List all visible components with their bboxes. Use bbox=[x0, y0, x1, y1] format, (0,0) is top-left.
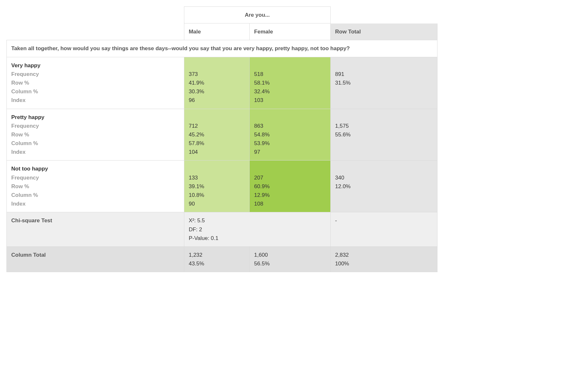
column-header-row-total: Row Total bbox=[330, 23, 437, 40]
metric-index: Index bbox=[11, 148, 179, 156]
cell-not-too-happy-male: 133 39.1% 10.8% 90 bbox=[184, 161, 249, 212]
cell-not-too-happy-total: 340 12.0% bbox=[330, 161, 437, 212]
row-label: Not too happy Frequency Row % Column % I… bbox=[7, 161, 184, 212]
metric-index: Index bbox=[11, 199, 179, 208]
column-header-female: Female bbox=[250, 23, 331, 40]
header-blank bbox=[7, 7, 184, 23]
metric-col-pct: Column % bbox=[11, 191, 179, 199]
row-name: Not too happy bbox=[11, 164, 179, 173]
cell-very-happy-male: 373 41.9% 30.3% 96 bbox=[184, 57, 249, 109]
row-label: Very happy Frequency Row % Column % Inde… bbox=[7, 57, 184, 109]
metric-frequency: Frequency bbox=[11, 70, 179, 78]
metric-frequency: Frequency bbox=[11, 173, 179, 182]
header-blank-right bbox=[330, 7, 437, 23]
metric-row-pct: Row % bbox=[11, 130, 179, 139]
metric-col-pct: Column % bbox=[11, 139, 179, 148]
metric-row-pct: Row % bbox=[11, 78, 179, 87]
cell-very-happy-total: 891 31.5% bbox=[330, 57, 437, 109]
side-question: Taken all together, how would you say th… bbox=[7, 40, 437, 57]
metric-frequency: Frequency bbox=[11, 122, 179, 130]
header-blank-sub bbox=[7, 23, 184, 40]
row-label: Pretty happy Frequency Row % Column % In… bbox=[7, 109, 184, 161]
column-total-label: Column Total bbox=[7, 246, 184, 272]
metric-index: Index bbox=[11, 96, 179, 105]
chi-square-label: Chi-square Test bbox=[7, 212, 184, 247]
column-total-male: 1,232 43.5% bbox=[184, 246, 249, 272]
row-name: Very happy bbox=[11, 61, 179, 70]
column-header-male: Male bbox=[184, 23, 249, 40]
cell-pretty-happy-female: 863 54.8% 53.9% 97 bbox=[250, 109, 331, 161]
cell-very-happy-female: 518 58.1% 32.4% 103 bbox=[250, 57, 331, 109]
crosstab-table: Are you... Male Female Row Total Taken a… bbox=[6, 6, 437, 272]
row-name: Pretty happy bbox=[11, 113, 179, 122]
metric-col-pct: Column % bbox=[11, 87, 179, 96]
cell-pretty-happy-total: 1,575 55.6% bbox=[330, 109, 437, 161]
column-total-female: 1,600 56.5% bbox=[250, 246, 331, 272]
column-total-grand: 2,832 100% bbox=[330, 246, 437, 272]
metric-row-pct: Row % bbox=[11, 182, 179, 191]
chi-square-total: - bbox=[330, 212, 437, 247]
chi-square-stats: X²: 5.5 DF: 2 P-Value: 0.1 bbox=[184, 212, 330, 247]
cell-not-too-happy-female: 207 60.9% 12.9% 108 bbox=[250, 161, 331, 212]
banner-question: Are you... bbox=[184, 7, 330, 23]
cell-pretty-happy-male: 712 45.2% 57.8% 104 bbox=[184, 109, 249, 161]
